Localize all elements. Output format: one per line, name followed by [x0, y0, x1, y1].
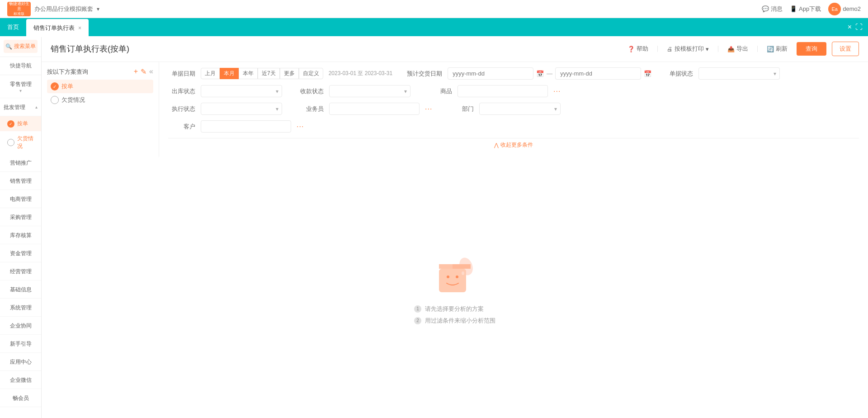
edit-scheme-icon[interactable]: ✎: [141, 67, 146, 76]
tab-current-month[interactable]: 本月: [220, 68, 239, 79]
tab-home[interactable]: 首页: [0, 18, 26, 36]
sidebar-item-business-label: 经营管理: [10, 268, 32, 276]
search-icon: 🔍: [5, 43, 12, 50]
scheme-按单-icon: ✓: [51, 82, 59, 90]
sidebar-item-finance[interactable]: 资金管理: [0, 244, 41, 262]
receipt-status-select[interactable]: [329, 85, 410, 97]
customer-dots[interactable]: ···: [297, 123, 304, 131]
collapse-panel-icon[interactable]: «: [149, 67, 153, 76]
add-scheme-icon[interactable]: +: [134, 67, 138, 76]
goods-input[interactable]: [458, 85, 548, 97]
dept-select-wrap: [479, 103, 561, 115]
tab-more[interactable]: 更多: [280, 68, 299, 79]
help-btn[interactable]: ❓ 帮助: [624, 43, 652, 55]
logo[interactable]: 畅捷通好生意 标准版: [7, 2, 31, 16]
tab-current-year[interactable]: 本年: [239, 68, 258, 79]
sidebar-item-system[interactable]: 系统管理: [0, 299, 41, 317]
window-close-icon[interactable]: ×: [848, 23, 852, 31]
sidebar-item-inventory[interactable]: 库存核算: [0, 226, 41, 244]
filter-main: 单据日期 上月 本月 本年 近7天 更多 自定义 2023-03-01 至 20…: [159, 62, 868, 157]
sidebar-item-sales[interactable]: 销售管理: [0, 172, 41, 190]
filter-row-1: 单据日期 上月 本月 本年 近7天 更多 自定义 2023-03-01 至 20…: [168, 67, 859, 80]
sidebar-item-apps[interactable]: 应用中心: [0, 353, 41, 371]
out-status-select[interactable]: [201, 85, 282, 97]
message-btn[interactable]: 💬 消息: [762, 5, 783, 13]
app-download-btn[interactable]: 📱 App下载: [790, 5, 821, 13]
filter-row-3: 执行状态 业务员 ··· 部门: [168, 103, 859, 115]
sidebar-item-member-label: 畅会员: [13, 394, 29, 402]
sidebar-sub-按单-icon: ✓: [7, 120, 14, 128]
sidebar-item-basic[interactable]: 基础信息: [0, 280, 41, 299]
dept-select[interactable]: [479, 103, 561, 115]
filter-row-2: 出库状态 收款状态 商品: [168, 85, 859, 97]
goods-dots[interactable]: ···: [553, 87, 561, 95]
user-label: demo2: [843, 5, 861, 12]
tab-close-icon[interactable]: ×: [78, 25, 81, 31]
sidebar-item-wholesale[interactable]: 批发管理 ▴: [0, 98, 41, 116]
sidebar-search-area: 🔍 搜索菜单: [0, 36, 41, 57]
calendar-start-icon[interactable]: 📅: [536, 70, 544, 77]
salesperson-dots[interactable]: ···: [425, 105, 432, 113]
print-icon: 🖨: [667, 46, 673, 52]
refresh-btn[interactable]: 🔄 刷新: [763, 43, 791, 55]
search-menu-label: 搜索菜单: [14, 43, 36, 50]
window-maximize-icon[interactable]: ⛶: [855, 23, 863, 31]
left-panel-title: 按以下方案查询: [47, 68, 88, 76]
sidebar-item-marketing[interactable]: 营销推广: [0, 154, 41, 172]
sidebar-sub-item-按单[interactable]: ✓ 按单: [0, 116, 41, 131]
collapse-bar-label: 收起更多条件: [500, 141, 533, 149]
salesperson-input[interactable]: [329, 103, 420, 115]
user-profile[interactable]: Ea demo2: [828, 3, 861, 15]
sidebar-sub-欠货-label: 欠货情况: [17, 135, 34, 150]
sidebar-item-member[interactable]: 畅会员: [0, 389, 41, 407]
avatar: Ea: [828, 3, 841, 15]
tab-last7[interactable]: 近7天: [258, 68, 280, 79]
empty-tip-1: 1 请先选择要分析的方案: [414, 305, 495, 313]
sidebar-item-purchase[interactable]: 采购管理: [0, 208, 41, 226]
calendar-end-icon[interactable]: 📅: [644, 70, 651, 77]
receipt-status-select-wrap: [329, 85, 410, 97]
settings-btn[interactable]: 设置: [832, 42, 859, 56]
tab-custom[interactable]: 自定义: [299, 68, 323, 79]
content-area: 销售订单执行表(按单) ❓ 帮助 🖨 按模板打印 ▾ 📤 导出: [42, 36, 868, 418]
sidebar-item-zero-retail[interactable]: 零售管理 ▾: [0, 75, 41, 98]
sidebar-item-corp-wechat[interactable]: 企业微信: [0, 371, 41, 389]
sidebar-sub-item-欠货[interactable]: 欠货情况: [0, 131, 41, 154]
scheme-item-欠货情况[interactable]: 欠货情况: [47, 93, 153, 107]
divider2: [718, 46, 718, 52]
sidebar-item-business[interactable]: 经营管理: [0, 262, 41, 280]
left-panel: 按以下方案查询 + ✎ « ✓ 按单 欠货情况: [42, 62, 159, 157]
logo-text: 畅捷通好生意: [7, 1, 31, 11]
tab-sales-order[interactable]: 销售订单执行表 ×: [26, 19, 89, 37]
message-label: 消息: [771, 5, 783, 13]
export-btn[interactable]: 📤 导出: [724, 43, 752, 55]
out-status-select-wrap: [201, 85, 282, 97]
search-menu-btn[interactable]: 🔍 搜索菜单: [4, 40, 38, 53]
nav-tab-controls: × ⛶: [848, 23, 868, 31]
collapse-bar[interactable]: ⋀ 收起更多条件: [168, 138, 859, 152]
scheme-欠货-icon: [51, 96, 59, 104]
print-arrow: ▾: [706, 46, 709, 52]
expected-date-end[interactable]: [555, 67, 641, 80]
page-header: 销售订单执行表(按单) ❓ 帮助 🖨 按模板打印 ▾ 📤 导出: [42, 36, 868, 62]
sidebar-item-ecommerce[interactable]: 电商管理: [0, 190, 41, 208]
quick-nav-btn[interactable]: 快捷导航: [4, 60, 38, 72]
status-select[interactable]: [698, 67, 780, 80]
tab-home-label: 首页: [7, 23, 19, 31]
refresh-icon: 🔄: [767, 46, 774, 52]
expected-date-start[interactable]: [448, 67, 533, 80]
sidebar-item-corp[interactable]: 企业协同: [0, 317, 41, 335]
search-btn[interactable]: 查询: [797, 42, 826, 56]
sidebar-item-inventory-label: 库存核算: [10, 232, 32, 239]
exec-status-select[interactable]: [201, 103, 282, 115]
print-btn[interactable]: 🖨 按模板打印 ▾: [663, 43, 712, 55]
scheme-item-按单[interactable]: ✓ 按单: [47, 80, 153, 93]
empty-state: 1 请先选择要分析的方案 2 用过滤条件来缩小分析范围: [42, 157, 868, 418]
sidebar-item-newbie[interactable]: 新手引导: [0, 335, 41, 353]
left-panel-icons: + ✎ «: [134, 67, 153, 76]
out-status-label: 出库状态: [168, 87, 195, 95]
tab-last-month[interactable]: 上月: [201, 68, 220, 79]
customer-input[interactable]: [201, 120, 291, 133]
app-title-dropdown[interactable]: ▾: [97, 6, 99, 12]
svg-point-3: [456, 276, 458, 278]
